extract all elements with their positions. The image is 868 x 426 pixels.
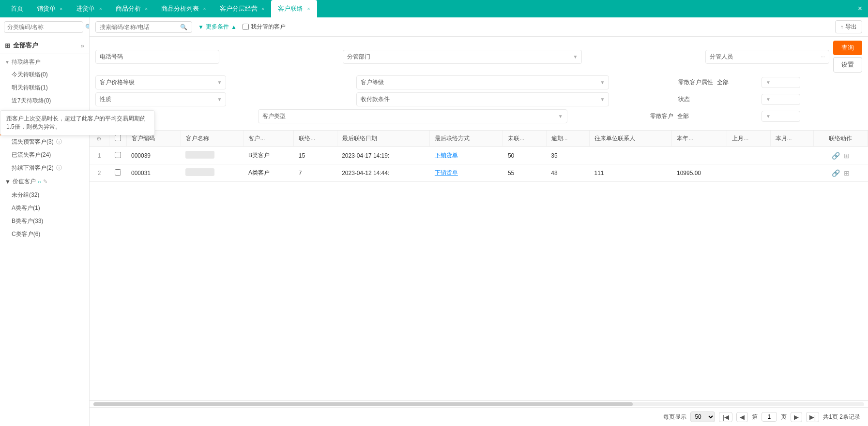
nav-customer-contact-close[interactable]: × (307, 0, 310, 17)
sidebar-search-input[interactable] (4, 21, 83, 33)
customer-level-field[interactable]: 客户等级 ▼ (356, 75, 609, 89)
row1-link-icon[interactable]: 🔗 (832, 152, 840, 160)
scrollbar-thumb[interactable] (93, 402, 633, 406)
sidebar-value-section: ▼ 价值客户 ○ ✎ (0, 175, 89, 189)
row2-checkbox[interactable] (109, 164, 126, 182)
col-header-overdue: 逾期... (546, 131, 589, 147)
prev-page-button[interactable]: ◀ (736, 412, 748, 422)
sidebar-item-ungrouped[interactable]: 未分组(32) (0, 189, 89, 202)
first-page-button[interactable]: |◀ (719, 412, 732, 422)
nav-close-all[interactable]: × (858, 4, 862, 13)
filter-row-2: 客户价格等级 ▼ 客户等级 ▼ 零散客户属性 全部 ▼ (95, 75, 862, 89)
department-field[interactable]: 分管部门 ▼ (343, 50, 582, 64)
row2-menu-icon[interactable]: ⊞ (844, 169, 850, 177)
sidebar-item-class-b[interactable]: B类客户(33) (0, 215, 89, 228)
row1-select-checkbox[interactable] (115, 152, 121, 158)
nav-customer-contact[interactable]: 客户联络 × (271, 0, 317, 17)
sidebar-item-class-c[interactable]: C类客户(6) (0, 228, 89, 241)
nav-product-analysis-close[interactable]: × (145, 0, 148, 17)
nav-product-list[interactable]: 商品分析列表 × (154, 0, 213, 17)
search-bar: 🔍 (95, 21, 192, 33)
sidebar-item-today[interactable]: 今天待联络(0) (0, 68, 89, 81)
col-header-last-contact-date: 最后联络日期 (337, 131, 430, 147)
col-header-this-year: 本年... (672, 131, 727, 147)
nav-sales[interactable]: 销货单 × (30, 0, 69, 17)
nav-customer-tier[interactable]: 客户分层经营 × (213, 0, 271, 17)
churn-warning-info-icon[interactable]: ⓘ (56, 138, 62, 145)
content-area: 🔍 ▼ 更多条件 ▲ 我分管的客户 ↑ 导出 电话号码 (90, 17, 868, 426)
sidebar-item-class-a[interactable]: A类客户(1) (0, 202, 89, 215)
nav-product-analysis[interactable]: 商品分析 × (109, 0, 154, 17)
nav-home[interactable]: 首页 (4, 0, 30, 17)
payment-field[interactable]: 收付款条件 ▼ (356, 92, 609, 106)
advanced-filter-panel: 电话号码 分管部门 ▼ 分管人员 ··· 查询 设置 (90, 37, 868, 131)
retail-attr-field: 零散客户属性 全部 ▼ (678, 77, 800, 88)
sidebar-item-declining[interactable]: 持续下滑客户(2) ⓘ (0, 162, 89, 175)
query-button[interactable]: 查询 (833, 41, 862, 55)
status-arrow: ▼ (766, 97, 771, 102)
value-settings-icon[interactable]: ○ (38, 179, 41, 185)
settings-gear-icon[interactable]: ⚙ (96, 135, 102, 142)
row1-name-blurred (185, 151, 214, 159)
row1-last-contact-method[interactable]: 下销货单 (430, 147, 503, 164)
phone-field[interactable]: 电话号码 (95, 50, 219, 64)
nav-sales-close[interactable]: × (60, 0, 62, 17)
row1-menu-icon[interactable]: ⊞ (844, 152, 850, 160)
sidebar: 🔍 ⊞ 全部客户 » ▼ 待联络客户 今天待联络(0) 明天待联络(1) 近7天… (0, 17, 90, 426)
nav-customer-tier-close[interactable]: × (261, 0, 264, 17)
row2-overdue: 48 (546, 164, 589, 182)
search-input[interactable] (100, 24, 177, 30)
retail-attr-dropdown[interactable]: ▼ (761, 77, 800, 88)
row1-this-month (770, 147, 813, 164)
row1-actions: 🔗 ⊞ (813, 147, 868, 164)
retail-customer-arrow: ▼ (766, 114, 771, 119)
next-page-button[interactable]: ▶ (791, 412, 802, 422)
row2-select-checkbox[interactable] (115, 169, 121, 176)
row2-uncontacted: 55 (503, 164, 546, 182)
export-button[interactable]: ↑ 导出 (835, 20, 862, 33)
sidebar-collapse-button[interactable]: » (81, 42, 84, 49)
page-number-input[interactable] (761, 412, 777, 422)
customer-type-field[interactable]: 客户类型 ▼ (258, 109, 567, 123)
row1-checkbox[interactable] (109, 147, 126, 164)
sidebar-item-7days[interactable]: 近7天待联络(0) (0, 94, 89, 107)
sidebar-item-tomorrow[interactable]: 明天待联络(1) (0, 81, 89, 94)
my-customers-checkbox[interactable] (243, 24, 249, 30)
export-icon: ↑ (840, 24, 843, 30)
horizontal-scrollbar[interactable] (90, 400, 868, 407)
payment-arrow: ▼ (600, 97, 605, 102)
sidebar-search-icon[interactable]: 🔍 (85, 24, 90, 30)
more-conditions-button[interactable]: ▼ 更多条件 ▲ (198, 23, 237, 31)
status-dropdown[interactable]: ▼ (761, 94, 800, 105)
row1-code: 000039 (126, 147, 181, 164)
settings-button[interactable]: 设置 (833, 57, 862, 73)
row2-name (181, 164, 244, 182)
sidebar-item-churn-warning[interactable]: 流失预警客户(3) ⓘ (0, 135, 89, 148)
row2-last-contact-method[interactable]: 下销货单 (430, 164, 503, 182)
gender-field[interactable]: 性质 ▼ (95, 92, 226, 106)
nav-purchase[interactable]: 进货单 × (69, 0, 108, 17)
price-level-field[interactable]: 客户价格等级 ▼ (95, 75, 226, 89)
status-field: 状态 ▼ (678, 94, 800, 105)
value-triangle-icon: ▼ (5, 178, 11, 185)
sidebar-all-customers[interactable]: ⊞ 全部客户 » (0, 37, 89, 54)
row1-this-year (672, 147, 727, 164)
table-header-row: ⚙ 客户编码 客户名称 客户... (90, 131, 868, 147)
last-page-button[interactable]: ▶| (806, 412, 819, 422)
nav-purchase-close[interactable]: × (99, 0, 102, 17)
sidebar-item-churned[interactable]: 已流失客户(24) (0, 148, 89, 162)
manager-field[interactable]: 分管人员 ··· (705, 50, 829, 64)
row2-link-icon[interactable]: 🔗 (832, 169, 840, 177)
row2-last-contact-date: 2023-04-12 14:44: (337, 164, 430, 182)
row1-last-contact-date: 2023-04-17 14:19: (337, 147, 430, 164)
data-table-container: ⚙ 客户编码 客户名称 客户... (90, 131, 868, 400)
col-header-this-month: 本月... (770, 131, 813, 147)
search-icon[interactable]: 🔍 (180, 24, 187, 30)
declining-info-icon[interactable]: ⓘ (56, 164, 62, 171)
sidebar-waiting-title[interactable]: ▼ 待联络客户 (0, 56, 89, 68)
retail-customer-dropdown[interactable]: ▼ (761, 111, 800, 122)
per-page-select[interactable]: 50 100 200 (690, 411, 715, 422)
value-edit-icon[interactable]: ✎ (43, 178, 47, 185)
nav-product-list-close[interactable]: × (203, 0, 206, 17)
select-all-checkbox[interactable] (115, 135, 121, 141)
